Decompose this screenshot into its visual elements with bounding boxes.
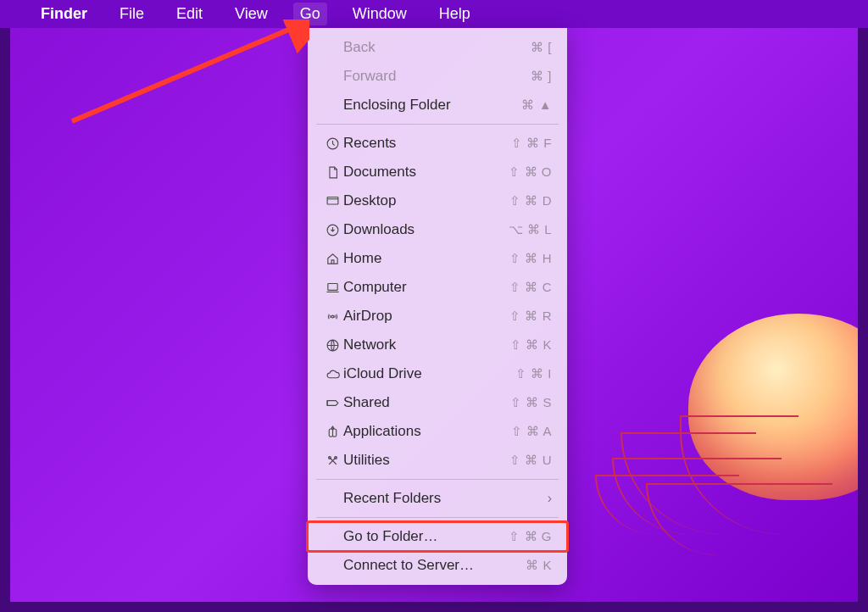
menu-item-shared[interactable]: Shared⇧ ⌘ S [308,388,567,417]
menu-item-home[interactable]: Home⇧ ⌘ H [308,244,567,273]
menu-item-shortcut: ⇧ ⌘ H [509,251,552,266]
menu-item-desktop[interactable]: Desktop⇧ ⌘ D [308,186,567,215]
jellyfish-graphic [553,263,868,568]
menu-item-shortcut: ⇧ ⌘ K [510,337,552,353]
menu-item-label: Applications [343,423,511,440]
menu-item-shortcut: ⌘ [ [531,40,552,55]
menubar-item-go[interactable]: Go [293,3,327,25]
menu-item-shortcut: ⌘ ] [531,69,552,84]
menubar: Finder File Edit View Go Window Help [0,0,868,28]
svg-point-4 [331,315,334,318]
menu-item-airdrop[interactable]: AirDrop⇧ ⌘ R [308,302,567,331]
menu-item-documents[interactable]: Documents⇧ ⌘ O [308,158,567,186]
menu-item-label: Documents [343,164,509,181]
menu-item-label: Forward [343,68,531,85]
chevron-right-icon: › [548,491,552,506]
menu-item-shortcut: ⇧ ⌘ U [509,453,552,468]
svg-rect-3 [327,283,337,290]
clock-icon [321,136,343,151]
utilities-icon [321,453,343,468]
menu-item-recents[interactable]: Recents⇧ ⌘ F [308,129,567,158]
menu-item-utilities[interactable]: Utilities⇧ ⌘ U [308,446,567,475]
menubar-item-file[interactable]: File [113,3,151,25]
cloud-icon [321,367,343,381]
shared-icon [321,396,343,410]
download-icon [321,223,343,237]
computer-icon [321,281,343,295]
menu-item-label: Utilities [343,452,509,469]
menu-item-recent-folders[interactable]: Recent Folders› [308,484,567,513]
menu-item-computer[interactable]: Computer⇧ ⌘ C [308,273,567,302]
menu-item-label: Back [343,39,531,56]
menu-item-applications[interactable]: Applications⇧ ⌘ A [308,417,567,446]
menu-item-label: Recent Folders [343,490,548,507]
menu-item-back: Back⌘ [ [308,33,567,62]
menu-item-label: Downloads [343,221,509,238]
menu-item-label: Connect to Server… [343,557,526,574]
menubar-item-edit[interactable]: Edit [170,3,209,25]
menu-item-label: Network [343,337,510,353]
menu-item-label: iCloud Drive [343,365,515,382]
menu-item-label: Shared [343,394,510,411]
menu-item-shortcut: ⌥ ⌘ L [509,222,552,237]
menubar-item-window[interactable]: Window [346,3,414,25]
menu-item-forward: Forward⌘ ] [308,62,567,91]
menu-item-shortcut: ⇧ ⌘ A [511,424,552,439]
menu-item-shortcut: ⌘ ▲ [521,97,552,113]
menu-item-shortcut: ⇧ ⌘ C [509,280,552,295]
document-icon [321,165,343,180]
menu-item-label: Recents [343,135,511,152]
menu-item-shortcut: ⇧ ⌘ F [511,136,552,151]
menu-item-shortcut: ⇧ ⌘ O [509,164,552,180]
menu-item-label: Computer [343,279,509,296]
network-icon [321,338,343,353]
apps-icon [321,425,343,439]
menubar-item-view[interactable]: View [228,3,275,25]
menu-item-label: Home [343,250,509,267]
svg-rect-1 [327,197,338,204]
menu-item-shortcut: ⇧ ⌘ D [509,193,552,209]
menu-item-shortcut: ⌘ K [526,558,552,573]
menu-item-connect-to-server[interactable]: Connect to Server…⌘ K [308,551,567,580]
menu-item-shortcut: ⇧ ⌘ I [515,366,552,381]
menu-item-shortcut: ⇧ ⌘ G [509,529,552,544]
menu-item-enclosing-folder[interactable]: Enclosing Folder⌘ ▲ [308,91,567,120]
menu-item-shortcut: ⇧ ⌘ S [510,395,552,410]
airdrop-icon [321,309,343,324]
menu-item-icloud-drive[interactable]: iCloud Drive⇧ ⌘ I [308,359,567,388]
menu-item-label: Go to Folder… [343,528,509,545]
go-menu-dropdown: Back⌘ [Forward⌘ ]Enclosing Folder⌘ ▲Rece… [308,28,567,585]
menu-item-label: AirDrop [343,308,509,325]
menu-item-go-to-folder[interactable]: Go to Folder…⇧ ⌘ G [308,522,567,551]
menu-item-downloads[interactable]: Downloads⌥ ⌘ L [308,215,567,244]
menu-item-label: Enclosing Folder [343,97,521,114]
home-icon [321,252,343,266]
menu-item-shortcut: ⇧ ⌘ R [509,309,552,324]
desktop-icon [321,194,343,209]
menubar-item-help[interactable]: Help [432,3,477,25]
menu-item-network[interactable]: Network⇧ ⌘ K [308,331,567,359]
menu-item-label: Desktop [343,192,509,209]
menubar-app-name[interactable]: Finder [34,3,94,25]
